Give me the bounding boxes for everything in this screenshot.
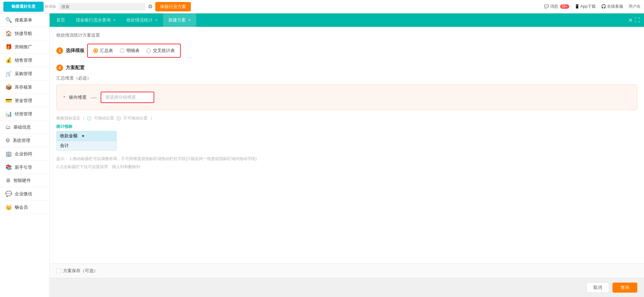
save-checkbox[interactable] xyxy=(56,268,61,273)
page-title: 收款情况统计方案设置 xyxy=(56,32,637,38)
sidebar-item-hardware[interactable]: 🖥 智能硬件 xyxy=(0,174,49,187)
dimension-placeholder: 请选择分组维度 xyxy=(105,95,136,100)
radio-detail[interactable]: 明细表 xyxy=(120,48,140,54)
draggable-dot xyxy=(87,116,91,120)
tab-receipts-stats[interactable]: 收款情况统计 ✕ xyxy=(121,13,163,27)
trial-button[interactable]: 体验行业方案 xyxy=(155,2,191,11)
radio-summary-dot[interactable] xyxy=(93,48,98,53)
home-icon: 🏠 xyxy=(5,30,12,37)
step2-label: 方案配置 xyxy=(66,65,85,71)
sidebar-item-label: 采购管理 xyxy=(15,71,32,77)
sidebar-item-search-menu[interactable]: 🔍 搜索菜单 xyxy=(0,13,49,27)
messages-item[interactable]: 💬 消息 99+ xyxy=(544,4,569,9)
page-content: 收款情况统计方案设置 1 选择模板 汇总表 明细表 xyxy=(50,27,644,263)
edition-label: 标准版 xyxy=(45,4,56,9)
online-service-item[interactable]: 🎧 在线客服 xyxy=(601,4,623,9)
topbar: 畅捷通好生意 标准版 ⚙ 体验行业方案 💬 消息 99+ 📱 App下载 🎧 在… xyxy=(0,0,644,13)
dimension-title: 汇总维度（必选） xyxy=(56,75,637,81)
sidebar-item-wechat[interactable]: 💬 企业微信 xyxy=(0,187,49,201)
app-download-item[interactable]: 📱 App下载 xyxy=(575,4,596,9)
folder-icon: 🗂 xyxy=(5,124,11,130)
cart-icon: 🛒 xyxy=(5,70,12,77)
step1-header: 1 选择模板 汇总表 明细表 xyxy=(56,44,637,58)
template-selector: 汇总表 明细表 交叉统计表 xyxy=(87,44,181,58)
tab-home[interactable]: 首页 xyxy=(51,13,70,27)
maximize-icon[interactable]: ⛶ xyxy=(635,17,640,23)
step2-number: 2 xyxy=(56,64,63,71)
nondraggable-dot xyxy=(117,116,121,120)
sidebar-item-quick-nav[interactable]: 🏠 快捷导航 xyxy=(0,27,49,40)
messages-label: 消息 xyxy=(550,4,558,9)
radio-detail-dot[interactable] xyxy=(120,48,124,53)
stats-label: 统计指标 xyxy=(56,124,637,130)
sidebar-item-purchase[interactable]: 🛒 采购管理 xyxy=(0,67,49,81)
sidebar-item-inventory[interactable]: 📦 库存核算 xyxy=(0,81,49,94)
metrics-table: 收款金额 ▼ 合计 xyxy=(56,131,117,151)
sidebar-item-marketing[interactable]: 🎁 营销推广 xyxy=(0,40,49,54)
radio-summary-label: 汇总表 xyxy=(100,48,113,54)
tip-line1: 提示： 1.拖动标题栏可以调整布局，不可跨维度或指标区域拖动栏目字段(只能在同一… xyxy=(56,155,637,163)
cancel-button[interactable]: 取消 xyxy=(586,282,609,293)
radio-cross-label: 交叉统计表 xyxy=(153,48,175,54)
sidebar-item-business[interactable]: 📊 经营管理 xyxy=(0,107,49,121)
search-input[interactable] xyxy=(59,3,145,10)
metrics-hint: 模板指标设定（ 可拖动位置 不可拖动位置 ） xyxy=(56,115,637,121)
tabbar: 首页 现金银行流水查询 ✕ 收款情况统计 ✕ 新建方案 ✕ ✕ ⛶ xyxy=(50,13,644,27)
tab-new-scheme[interactable]: 新建方案 ✕ xyxy=(163,13,196,27)
main-layout: 🔍 搜索菜单 🏠 快捷导航 🎁 营销推广 💰 销售管理 🛒 采购管理 📦 库存核… xyxy=(0,13,644,297)
book-icon: 📚 xyxy=(5,164,12,170)
sidebar: 🔍 搜索菜单 🏠 快捷导航 🎁 营销推广 💰 销售管理 🛒 采购管理 📦 库存核… xyxy=(0,13,50,297)
gear-icon[interactable]: ⚙ xyxy=(148,3,153,10)
sidebar-item-guide[interactable]: 📚 新手引导 xyxy=(0,161,49,174)
metrics-hint-text: 模板指标设定（ xyxy=(56,115,85,121)
sidebar-item-label: 企业微信 xyxy=(15,191,32,197)
topbar-right: 💬 消息 99+ 📱 App下载 🎧 在线客服 用户名 xyxy=(544,4,641,9)
logo-image: 畅捷通好生意 xyxy=(3,2,44,12)
sidebar-item-sales[interactable]: 💰 销售管理 xyxy=(0,54,49,67)
gift-icon: 🎁 xyxy=(5,44,12,50)
sidebar-item-label: 企业协同 xyxy=(15,151,32,157)
subtag-label: 合计 xyxy=(60,143,69,148)
sidebar-item-finance[interactable]: 💳 资金管理 xyxy=(0,94,49,107)
query-button[interactable]: 查询 xyxy=(612,283,637,293)
sidebar-item-label: 库存核算 xyxy=(15,84,32,90)
radio-cross-dot[interactable] xyxy=(146,48,151,53)
sidebar-item-label: 新手引导 xyxy=(15,164,32,170)
sidebar-item-sys-mgmt[interactable]: ⚙ 系统管理 xyxy=(0,134,49,147)
dimension-row: * 纵向维度 — 请选择分组维度 xyxy=(63,92,630,103)
sidebar-item-label: 销售管理 xyxy=(15,57,32,63)
radio-summary[interactable]: 汇总表 xyxy=(93,48,113,54)
arrow-icon: — xyxy=(91,94,97,101)
step1-number: 1 xyxy=(56,47,63,54)
sidebar-item-label: 基础信息 xyxy=(13,124,31,130)
tab-bank-flow[interactable]: 现金银行流水查询 ✕ xyxy=(70,13,121,27)
sidebar-item-label: 系统管理 xyxy=(13,138,30,144)
dimension-selector[interactable]: 请选择分组维度 xyxy=(101,92,154,103)
sidebar-item-basic-info[interactable]: 🗂 基础信息 xyxy=(0,121,49,134)
tab-new-scheme-close[interactable]: ✕ xyxy=(188,13,191,27)
chevron-down-icon[interactable]: ▼ xyxy=(82,134,85,138)
vertical-dimension-label: 纵向维度 xyxy=(69,94,87,100)
tabbar-end: ✕ ⛶ xyxy=(628,17,643,23)
sidebar-item-enterprise[interactable]: 🏢 企业协同 xyxy=(0,147,49,161)
tab-receipts-stats-close[interactable]: ✕ xyxy=(155,13,158,27)
save-checkbox-row: 方案保存（可选） xyxy=(56,268,98,274)
app-logo: 畅捷通好生意 标准版 xyxy=(3,2,56,12)
hint-close-paren: ） xyxy=(150,115,154,121)
sidebar-item-member[interactable]: 👑 畅会员 xyxy=(0,201,49,214)
sidebar-item-label: 营销推广 xyxy=(15,44,32,50)
metrics-table-header[interactable]: 收款金额 ▼ xyxy=(57,131,116,141)
tab-bank-flow-close[interactable]: ✕ xyxy=(113,13,116,27)
hardware-icon: 🖥 xyxy=(5,178,11,184)
search-icon: 🔍 xyxy=(5,17,12,23)
user-name[interactable]: 用户名 xyxy=(629,4,641,9)
logo-text: 畅捷通好生意 xyxy=(11,4,36,9)
close-window-icon[interactable]: ✕ xyxy=(628,17,633,23)
sidebar-item-label: 搜索菜单 xyxy=(15,17,32,23)
app-download-label: App下载 xyxy=(580,4,595,9)
metrics-table-cell: 合计 xyxy=(57,141,116,150)
dimension-area: * 纵向维度 — 请选择分组维度 xyxy=(56,85,637,110)
card-icon: 💳 xyxy=(5,97,12,104)
radio-cross[interactable]: 交叉统计表 xyxy=(146,48,175,54)
sidebar-item-label: 资金管理 xyxy=(15,98,32,104)
